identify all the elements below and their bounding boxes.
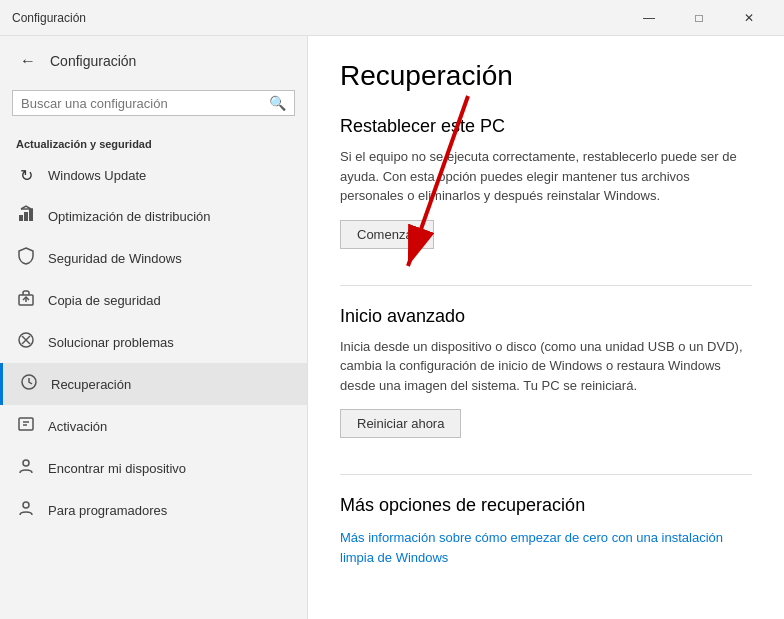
sidebar-item-label: Recuperación <box>51 377 131 392</box>
sidebar-item-activacion[interactable]: Activación <box>0 405 307 447</box>
search-input[interactable] <box>21 96 269 111</box>
section3-title: Más opciones de recuperación <box>340 495 752 516</box>
back-button[interactable]: ← <box>16 48 40 74</box>
seguridad-icon <box>16 247 36 269</box>
divider2 <box>340 474 752 475</box>
sidebar-item-programadores[interactable]: Para programadores <box>0 489 307 531</box>
clean-install-link[interactable]: Más información sobre cómo empezar de ce… <box>340 528 752 567</box>
svg-rect-0 <box>19 215 23 221</box>
sidebar-item-label: Seguridad de Windows <box>48 251 182 266</box>
sidebar-item-optimizacion[interactable]: Optimización de distribución <box>0 195 307 237</box>
close-button[interactable]: ✕ <box>726 4 772 32</box>
sidebar: ← Configuración 🔍 Actualización y seguri… <box>0 36 308 619</box>
sidebar-app-title: Configuración <box>50 53 136 69</box>
sidebar-item-label: Solucionar problemas <box>48 335 174 350</box>
app-body: ← Configuración 🔍 Actualización y seguri… <box>0 36 784 619</box>
minimize-button[interactable]: — <box>626 4 672 32</box>
section2-description: Inicia desde un dispositivo o disco (com… <box>340 337 752 396</box>
sidebar-item-label: Encontrar mi dispositivo <box>48 461 186 476</box>
sidebar-item-encontrar[interactable]: Encontrar mi dispositivo <box>0 447 307 489</box>
svg-point-14 <box>23 502 29 508</box>
sidebar-item-label: Copia de seguridad <box>48 293 161 308</box>
sidebar-item-label: Para programadores <box>48 503 167 518</box>
sidebar-item-recuperacion[interactable]: Recuperación <box>0 363 307 405</box>
sidebar-item-label: Activación <box>48 419 107 434</box>
content-area: Recuperación Restablecer este PC Si el e… <box>308 36 784 619</box>
encontrar-icon <box>16 457 36 479</box>
copia-icon <box>16 289 36 311</box>
sidebar-item-label: Windows Update <box>48 168 146 183</box>
sidebar-item-label: Optimización de distribución <box>48 209 211 224</box>
activacion-icon <box>16 415 36 437</box>
sidebar-section-title: Actualización y seguridad <box>0 128 307 156</box>
svg-point-13 <box>23 460 29 466</box>
section1-description: Si el equipo no se ejecuta correctamente… <box>340 147 752 206</box>
optimizacion-icon <box>16 205 36 227</box>
svg-rect-1 <box>24 212 28 221</box>
solucionar-icon <box>16 331 36 353</box>
section2-title: Inicio avanzado <box>340 306 752 327</box>
titlebar-title: Configuración <box>12 11 86 25</box>
page-title: Recuperación <box>340 60 752 92</box>
windows-update-icon: ↻ <box>16 166 36 185</box>
svg-rect-10 <box>19 418 33 430</box>
sidebar-item-solucionar[interactable]: Solucionar problemas <box>0 321 307 363</box>
sidebar-item-seguridad[interactable]: Seguridad de Windows <box>0 237 307 279</box>
programadores-icon <box>16 499 36 521</box>
titlebar: Configuración — □ ✕ <box>0 0 784 36</box>
maximize-button[interactable]: □ <box>676 4 722 32</box>
titlebar-controls: — □ ✕ <box>626 4 772 32</box>
svg-rect-2 <box>29 209 33 221</box>
sidebar-item-copia[interactable]: Copia de seguridad <box>0 279 307 321</box>
sidebar-header: ← Configuración <box>0 36 307 86</box>
reiniciar-button[interactable]: Reiniciar ahora <box>340 409 461 438</box>
divider1 <box>340 285 752 286</box>
comenzar-button[interactable]: Comenzar <box>340 220 434 249</box>
sidebar-item-windows-update[interactable]: ↻ Windows Update <box>0 156 307 195</box>
recuperacion-icon <box>19 373 39 395</box>
titlebar-left: Configuración <box>12 11 86 25</box>
section1-title: Restablecer este PC <box>340 116 752 137</box>
search-box: 🔍 <box>12 90 295 116</box>
search-icon[interactable]: 🔍 <box>269 95 286 111</box>
